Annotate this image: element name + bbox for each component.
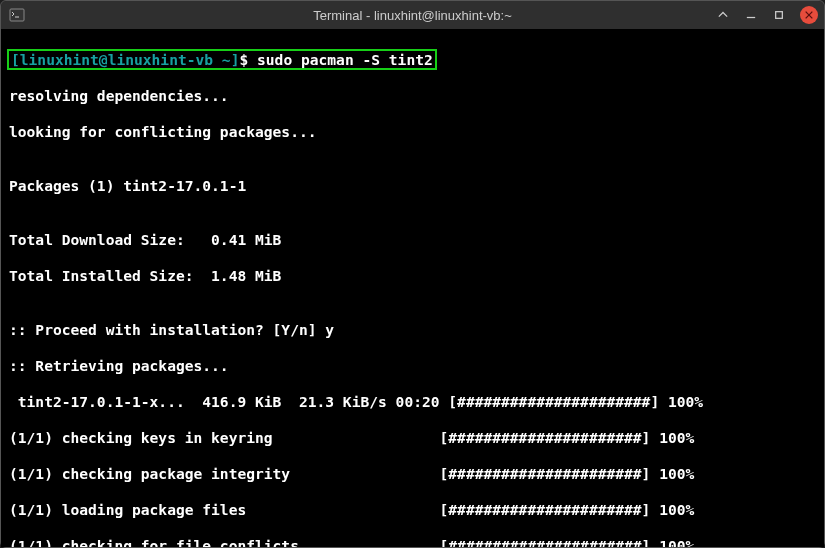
output-line: (1/1) checking package integrity [######… [9,465,816,483]
minimize-button[interactable] [744,8,758,22]
highlight-box: [linuxhint@linuxhint-vb ~]$ sudo pacman … [7,49,437,70]
svg-rect-3 [776,12,783,19]
output-line: (1/1) checking keys in keyring [########… [9,429,816,447]
svg-rect-0 [10,9,24,21]
output-line: Total Installed Size: 1.48 MiB [9,267,816,285]
output-line: resolving dependencies... [9,87,816,105]
prompt-line-1: [linuxhint@linuxhint-vb ~]$ sudo pacman … [9,51,816,69]
output-line: looking for conflicting packages... [9,123,816,141]
window-up-button[interactable] [716,8,730,22]
output-line: (1/1) checking for file conflicts [#####… [9,537,816,547]
command-text: sudo pacman -S tint2 [257,51,433,68]
prompt-user-host: [linuxhint@linuxhint-vb ~] [11,51,239,68]
output-line: Total Download Size: 0.41 MiB [9,231,816,249]
terminal-window: Terminal - linuxhint@linuxhint-vb:~ [lin… [0,0,825,548]
prompt-dollar: $ [239,51,257,68]
terminal-output-area[interactable]: [linuxhint@linuxhint-vb ~]$ sudo pacman … [1,29,824,547]
app-icon [9,7,25,23]
resize-grip-icon[interactable] [808,531,822,545]
output-line: :: Proceed with installation? [Y/n] y [9,321,816,339]
close-button[interactable] [800,6,818,24]
output-line: tint2-17.0.1-1-x... 416.9 KiB 21.3 KiB/s… [9,393,816,411]
output-line: (1/1) loading package files [###########… [9,501,816,519]
output-line: :: Retrieving packages... [9,357,816,375]
output-line: Packages (1) tint2-17.0.1-1 [9,177,816,195]
window-controls [716,1,818,29]
window-title: Terminal - linuxhint@linuxhint-vb:~ [1,8,824,23]
maximize-button[interactable] [772,8,786,22]
window-titlebar: Terminal - linuxhint@linuxhint-vb:~ [1,1,824,29]
